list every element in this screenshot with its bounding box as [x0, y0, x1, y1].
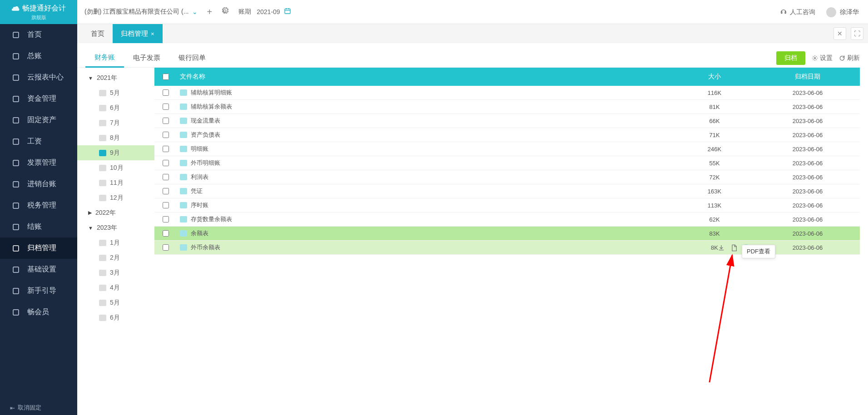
- table-row[interactable]: 序时账113K2023-06-06: [154, 198, 860, 212]
- add-icon[interactable]: +: [207, 7, 212, 17]
- nav-money[interactable]: 资金管理: [0, 88, 77, 109]
- sidebar-unpin[interactable]: ⇤取消固定: [0, 400, 77, 415]
- row-checkbox[interactable]: [163, 216, 169, 222]
- svg-rect-5: [13, 139, 19, 144]
- tree-month[interactable]: 8月: [77, 130, 154, 145]
- table-row[interactable]: 明细账246K2023-06-06: [154, 142, 860, 156]
- tree-month[interactable]: 10月: [77, 160, 154, 175]
- brand-name: 畅捷通好会计: [22, 4, 66, 13]
- row-checkbox[interactable]: [163, 230, 169, 237]
- select-all-checkbox[interactable]: [163, 74, 169, 80]
- table-row[interactable]: 辅助核算余额表81K2023-06-06: [154, 100, 860, 114]
- nav-invoice[interactable]: 发票管理: [0, 152, 77, 173]
- support-link[interactable]: 人工咨询: [780, 8, 815, 16]
- row-checkbox[interactable]: [163, 132, 169, 138]
- table-row[interactable]: 凭证163K2023-06-06: [154, 184, 860, 198]
- company-selector[interactable]: (勿删) 江西服宝精品有限责任公司 (... ⌄: [84, 8, 198, 16]
- row-checkbox[interactable]: [163, 104, 169, 110]
- tab-archive[interactable]: 归档管理×: [113, 24, 163, 43]
- tab-close-button[interactable]: ✕: [833, 27, 846, 40]
- tree-month[interactable]: 6月: [77, 100, 154, 115]
- folder-icon: [99, 165, 106, 171]
- nav-archive[interactable]: 归档管理: [0, 237, 77, 259]
- subtab-finance[interactable]: 财务账: [85, 49, 124, 68]
- row-checkbox[interactable]: [163, 118, 169, 124]
- file-name: 存货数量余额表: [191, 215, 232, 223]
- table-row[interactable]: 辅助核算明细账116K2023-06-06: [154, 86, 860, 100]
- file-name: 现金流量表: [191, 117, 220, 125]
- nav-guide[interactable]: 新手引导: [0, 280, 77, 301]
- file-size: 71K: [674, 132, 755, 138]
- tree-month[interactable]: 6月: [77, 310, 154, 325]
- tree-month[interactable]: 3月: [77, 265, 154, 280]
- nav-vip[interactable]: 畅会员: [0, 301, 77, 323]
- svg-rect-10: [13, 246, 19, 251]
- nav-asset[interactable]: 固定资产: [0, 109, 77, 131]
- subtab-einvoice[interactable]: 电子发票: [124, 49, 169, 68]
- tree-year[interactable]: ▼2021年: [77, 70, 154, 85]
- fullscreen-button[interactable]: ⛶: [851, 27, 863, 40]
- table-row[interactable]: 现金流量表66K2023-06-06: [154, 114, 860, 128]
- nav-ledger[interactable]: 总账: [0, 45, 77, 67]
- row-checkbox[interactable]: [163, 160, 169, 166]
- file-icon: [180, 160, 187, 166]
- subtab-bank[interactable]: 银行回单: [169, 49, 215, 68]
- file-date: 2023-06-06: [755, 174, 860, 181]
- table-row[interactable]: 外币明细账55K2023-06-06: [154, 156, 860, 170]
- refresh-icon: [839, 55, 845, 61]
- svg-rect-6: [13, 160, 19, 166]
- row-checkbox[interactable]: [163, 244, 169, 251]
- settings-link[interactable]: 设置: [812, 54, 833, 62]
- folder-icon: [99, 300, 106, 306]
- tree-year[interactable]: ▼2023年: [77, 220, 154, 235]
- row-checkbox[interactable]: [163, 89, 169, 96]
- calendar-icon[interactable]: [284, 7, 291, 16]
- gear-icon[interactable]: [221, 7, 228, 16]
- nav-stock[interactable]: 进销台账: [0, 173, 77, 195]
- tree-month[interactable]: 12月: [77, 190, 154, 205]
- tree-month[interactable]: 7月: [77, 115, 154, 130]
- close-icon[interactable]: ×: [151, 30, 154, 37]
- row-checkbox[interactable]: [163, 188, 169, 194]
- nav-chart[interactable]: 云报表中心: [0, 67, 77, 88]
- nav-label: 工资: [27, 137, 42, 146]
- file-date: 2023-06-06: [755, 132, 860, 138]
- nav-close[interactable]: 结账: [0, 216, 77, 237]
- nav-home[interactable]: 首页: [0, 24, 77, 45]
- nav-salary[interactable]: 工资: [0, 131, 77, 152]
- row-checkbox[interactable]: [163, 146, 169, 152]
- nav-tax[interactable]: 税务管理: [0, 195, 77, 216]
- tree-year[interactable]: ▶2022年: [77, 205, 154, 220]
- refresh-link[interactable]: 刷新: [839, 54, 860, 62]
- tree-month[interactable]: 5月: [77, 85, 154, 100]
- tree-month[interactable]: 1月: [77, 235, 154, 250]
- avatar-icon: [826, 7, 836, 17]
- table-row[interactable]: 利润表72K2023-06-06: [154, 170, 860, 184]
- user-menu[interactable]: 徐泽华: [826, 7, 859, 17]
- tree-month[interactable]: 4月: [77, 280, 154, 295]
- tree-month[interactable]: 5月: [77, 295, 154, 310]
- tree-month[interactable]: 2月: [77, 250, 154, 265]
- nav-label: 结账: [27, 222, 42, 232]
- table-panel: 文件名称 大小 归档日期 辅助核算明细账116K2023-06-06辅助核算余额…: [154, 68, 860, 415]
- pdf-icon[interactable]: [730, 244, 738, 252]
- file-date: 2023-06-06: [755, 160, 860, 167]
- home-icon: [11, 30, 21, 40]
- archive-button[interactable]: 归档: [776, 51, 805, 65]
- tab-home[interactable]: 首页: [83, 24, 113, 43]
- table-row[interactable]: 存货数量余额表62K2023-06-06: [154, 212, 860, 227]
- file-size: 163K: [674, 188, 755, 195]
- tree-month[interactable]: 11月: [77, 175, 154, 190]
- archive-icon: [11, 243, 21, 253]
- download-icon[interactable]: [717, 244, 725, 252]
- svg-rect-1: [13, 54, 19, 59]
- file-date: 2023-06-06: [755, 202, 860, 209]
- svg-rect-4: [13, 118, 19, 123]
- row-checkbox[interactable]: [163, 202, 169, 208]
- tree-month[interactable]: 9月: [77, 145, 154, 160]
- table-row[interactable]: 资产负债表71K2023-06-06: [154, 128, 860, 142]
- row-checkbox[interactable]: [163, 174, 169, 180]
- file-icon: [180, 202, 187, 208]
- table-row[interactable]: 余额表83K2023-06-06: [154, 227, 860, 241]
- nav-settings[interactable]: 基础设置: [0, 259, 77, 280]
